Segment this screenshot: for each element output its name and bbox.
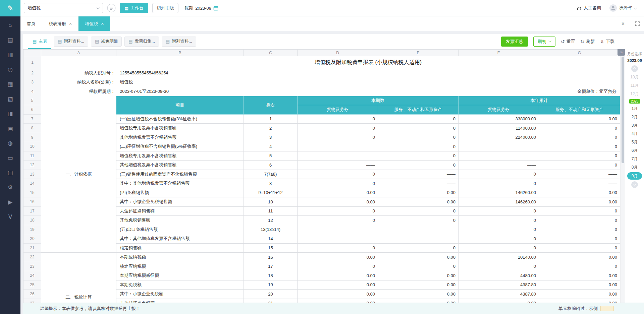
row-number[interactable]: 2 bbox=[23, 68, 41, 78]
cell-F18[interactable]: 0 bbox=[459, 216, 539, 225]
cell-D11[interactable]: —— bbox=[298, 151, 378, 161]
cell-G23[interactable]: 0 bbox=[539, 262, 620, 271]
cell-F17[interactable]: 0 bbox=[459, 207, 539, 216]
cell-G17[interactable]: 0 bbox=[539, 207, 620, 216]
tax-period-label[interactable]: 税款所属期： bbox=[41, 87, 116, 96]
cell-G19[interactable]: 0 bbox=[539, 225, 620, 235]
cell-G16[interactable]: 0.00 bbox=[539, 197, 620, 207]
cell-G18[interactable]: 0 bbox=[539, 216, 620, 225]
cell-F14[interactable]: 0 bbox=[459, 179, 539, 188]
cell-D27[interactable]: 0.00 bbox=[298, 299, 378, 303]
company-list-icon[interactable] bbox=[107, 4, 116, 12]
inventory-icon[interactable]: ▢ bbox=[0, 165, 20, 180]
column-header-F[interactable]: F bbox=[459, 50, 539, 56]
month-item[interactable]: 2月 bbox=[627, 113, 642, 121]
month-item-selected[interactable]: 9月 bbox=[627, 172, 642, 180]
cell-B26[interactable]: 其中：小微企业免税额 bbox=[116, 290, 244, 299]
cell-E21[interactable]: 0 bbox=[378, 244, 459, 253]
chart-icon[interactable]: ▥ bbox=[0, 47, 20, 62]
row-number[interactable]: 11 bbox=[23, 151, 41, 161]
scrollbar-thumb[interactable] bbox=[622, 57, 624, 163]
cell-E17[interactable]: 0 bbox=[378, 207, 459, 216]
cell-E8[interactable]: 0 bbox=[378, 124, 459, 133]
cell-G25[interactable]: 0.00 bbox=[539, 280, 620, 290]
cell-F12[interactable]: —— bbox=[459, 161, 539, 170]
cell-G21[interactable]: 0 bbox=[539, 244, 620, 253]
month-item[interactable]: 1月 bbox=[627, 105, 642, 113]
cell-C8[interactable]: 2 bbox=[244, 124, 298, 133]
tax-period-value[interactable]: 2023-07-01至2023-09-30 bbox=[116, 87, 459, 96]
cell-C16[interactable]: 10 bbox=[244, 197, 298, 207]
cell-D16[interactable]: 0.00 bbox=[298, 197, 378, 207]
cell-B24[interactable]: 本期应纳税额减征额 bbox=[116, 271, 244, 280]
cell-G24[interactable]: 0.00 bbox=[539, 271, 620, 280]
column-header-B[interactable]: B bbox=[116, 50, 244, 56]
cell-D10[interactable]: —— bbox=[298, 142, 378, 151]
cell-E19[interactable] bbox=[378, 225, 459, 235]
voucher-icon[interactable]: ▦ bbox=[0, 77, 20, 91]
cell-F8[interactable]: 114000.00 bbox=[459, 124, 539, 133]
cell-B8[interactable]: 增值税专用发票不含税销售额 bbox=[116, 124, 244, 133]
cell-B15[interactable]: (四)免税销售额 bbox=[116, 188, 244, 198]
cell-E18[interactable]: 0 bbox=[378, 216, 459, 225]
switch-version-button[interactable]: 切到旧版 bbox=[152, 3, 178, 13]
cell-B27[interactable]: 未达起征点免税额 bbox=[116, 299, 244, 303]
collapse-panel-button[interactable]: » bbox=[618, 49, 625, 56]
invoice-icon[interactable]: ▣ bbox=[0, 121, 20, 136]
fullscreen-button[interactable] bbox=[630, 16, 644, 31]
cell-D12[interactable]: —— bbox=[298, 161, 378, 170]
row-number[interactable]: 14 bbox=[23, 179, 41, 188]
cell-D13[interactable]: 0 bbox=[298, 170, 378, 179]
cell-F26[interactable]: 4387.80 bbox=[459, 290, 539, 299]
cell-G13[interactable]: —— bbox=[539, 170, 620, 179]
cell-G20[interactable]: 0 bbox=[539, 234, 620, 244]
ledger-icon[interactable]: ▤ bbox=[0, 33, 20, 47]
cell-B12[interactable]: 其他增值税发票不含税销售额 bbox=[116, 161, 244, 170]
tab-tax-form-list[interactable]: 税表清册× bbox=[42, 16, 78, 31]
cell-F24[interactable]: 4480.00 bbox=[459, 271, 539, 280]
cell-D25[interactable]: 0.00 bbox=[298, 280, 378, 290]
tab-close-icon[interactable]: × bbox=[69, 21, 72, 26]
invoice-summary-button[interactable]: 发票汇总 bbox=[501, 37, 528, 47]
cell-D19[interactable] bbox=[298, 225, 378, 235]
cell-E24[interactable]: 0.00 bbox=[378, 271, 459, 280]
cell-C27[interactable]: 21 bbox=[244, 299, 298, 303]
funds-icon[interactable]: ◷ bbox=[0, 62, 20, 77]
cell-F25[interactable]: 4387.80 bbox=[459, 280, 539, 290]
cell-D17[interactable]: 0 bbox=[298, 207, 378, 216]
cell-D26[interactable]: 0.00 bbox=[298, 290, 378, 299]
cell-F22[interactable]: 10140.00 bbox=[459, 253, 539, 262]
cell-F20[interactable]: 0 bbox=[459, 234, 539, 244]
sheet-tab-invoice-collection[interactable]: ▤发票归集... bbox=[124, 37, 159, 47]
close-all-tabs-button[interactable]: × bbox=[616, 16, 630, 31]
cell-D23[interactable]: 0 bbox=[298, 262, 378, 271]
cell-C22[interactable]: 16 bbox=[244, 253, 298, 262]
tab-vat[interactable]: 增值税× bbox=[78, 16, 110, 31]
cell-B10[interactable]: (二)应征增值税不含税销售额(5%征收率) bbox=[116, 142, 244, 151]
row-number[interactable]: 5 bbox=[23, 96, 41, 106]
cell-B14[interactable]: 其中：其他增值税发票不含税销售额 bbox=[116, 179, 244, 188]
company-select[interactable]: 增值税 bbox=[24, 3, 103, 13]
support-link[interactable]: 人工咨询 bbox=[577, 5, 601, 11]
cell-G12[interactable]: 0 bbox=[539, 161, 620, 170]
row-number[interactable]: 3 bbox=[23, 78, 41, 87]
cell-F15[interactable]: 146260.00 bbox=[459, 188, 539, 198]
cell-F23[interactable]: 0 bbox=[459, 262, 539, 271]
cell-C11[interactable]: 5 bbox=[244, 151, 298, 161]
cell-B23[interactable]: 核定应纳税额 bbox=[116, 262, 244, 271]
cell-D7[interactable]: 0 bbox=[298, 115, 378, 124]
cell-C20[interactable]: 14 bbox=[244, 234, 298, 244]
cell-B16[interactable]: 其中：小微企业免税销售额 bbox=[116, 197, 244, 207]
cell-C26[interactable]: 20 bbox=[244, 290, 298, 299]
cell-A1[interactable] bbox=[41, 56, 116, 68]
month-item[interactable]: 6月 bbox=[627, 146, 642, 155]
month-item[interactable]: 4月 bbox=[627, 130, 642, 138]
row-number[interactable]: 23 bbox=[23, 262, 41, 271]
scroll-down-button[interactable] bbox=[631, 181, 638, 188]
cell-G22[interactable]: 0.00 bbox=[539, 253, 620, 262]
service-icon[interactable]: ◍ bbox=[0, 136, 20, 150]
cell-F7[interactable]: 338000.00 bbox=[459, 115, 539, 124]
row-number[interactable]: 17 bbox=[23, 207, 41, 216]
calendar-icon[interactable] bbox=[213, 6, 218, 11]
row-number[interactable]: 15 bbox=[23, 188, 41, 198]
